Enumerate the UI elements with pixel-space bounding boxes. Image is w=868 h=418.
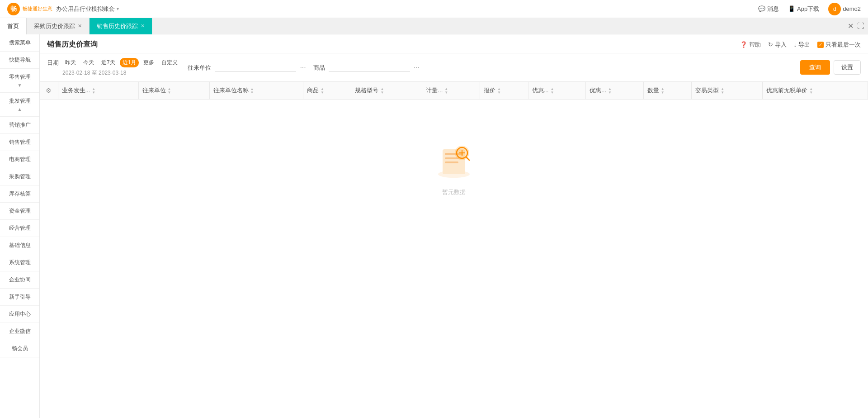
col-product[interactable]: 商品▲▼ [303, 82, 351, 100]
export-label: 导出 [798, 41, 810, 49]
sidebar-item-marketing[interactable]: 营销推广 [0, 117, 39, 134]
col-price[interactable]: 报价▲▼ [480, 82, 528, 100]
sort-icon: ▲▼ [92, 87, 95, 95]
sidebar-operations-label: 经营管理 [9, 224, 31, 232]
svg-rect-4 [445, 162, 458, 163]
empty-state: 暂元数据 [40, 100, 868, 233]
col-partner-name[interactable]: 往来单位名称▲▼ [209, 82, 303, 100]
customer-expand-icon[interactable]: ··· [300, 63, 306, 71]
sidebar-item-search-menu[interactable]: 搜索菜单 [0, 34, 39, 52]
sidebar-quick-nav-label: 快捷导航 [9, 56, 31, 64]
sidebar-item-basic-info[interactable]: 基础信息 [0, 237, 39, 254]
col-partner-code[interactable]: 往来单位▲▼ [138, 82, 209, 100]
app-name: 办公用品行业模拟账套 [56, 5, 115, 13]
page-actions: ❓ 帮助 ↻ 导入 ↓ 导出 ✓ 只看最后一次 [740, 41, 861, 49]
help-icon: ❓ [740, 41, 747, 48]
sidebar-item-operations[interactable]: 经营管理 [0, 220, 39, 237]
import-label: 导入 [775, 41, 787, 49]
sidebar-retail-mgmt-label: 零售管理 [9, 73, 31, 81]
date-buttons: 昨天 今天 近7天 近1月 更多 自定义 [62, 58, 180, 67]
sidebar-ecommerce-label: 电商管理 [9, 156, 31, 163]
sidebar-item-retail-mgmt[interactable]: 零售管理 ▼ [0, 69, 39, 93]
tab-bar: 首页 采购历史价跟踪 ✕ 销售历史价跟踪 ✕ ✕ ⛶ [0, 18, 868, 34]
export-action[interactable]: ↓ 导出 [794, 41, 811, 49]
product-expand-icon[interactable]: ··· [414, 63, 420, 71]
avatar: d [828, 3, 841, 15]
gear-icon[interactable]: ⚙ [46, 87, 52, 94]
yesterday-btn[interactable]: 昨天 [62, 58, 79, 67]
home-tab-label: 首页 [7, 22, 19, 30]
sidebar-item-quick-nav[interactable]: 快捷导航 [0, 52, 39, 69]
sidebar-item-purchase-mgmt[interactable]: 采购管理 [0, 168, 39, 185]
sidebar-item-system[interactable]: 系统管理 [0, 254, 39, 271]
sidebar-wholesale-mgmt-label: 批发管理 [9, 97, 31, 105]
sidebar-marketing-label: 营销推广 [9, 121, 31, 129]
sidebar-newbie-label: 新手引导 [9, 293, 31, 301]
message-label: 消息 [767, 5, 779, 13]
tab-purchase-history[interactable]: 采购历史价跟踪 ✕ [27, 18, 90, 34]
close-all-tabs-button[interactable]: ✕ [848, 22, 854, 30]
message-action[interactable]: 💬 消息 [758, 5, 779, 13]
purchase-history-tab-label: 采购历史价跟踪 [34, 22, 75, 30]
user-profile[interactable]: d demo2 [828, 3, 861, 15]
last7days-btn[interactable]: 近7天 [99, 58, 118, 67]
sidebar-member-label: 畅会员 [12, 345, 28, 352]
close-sales-tab-icon[interactable]: ✕ [141, 23, 145, 29]
col-transaction-type[interactable]: 交易类型▲▼ [692, 82, 763, 100]
customer-filter-group: 往来单位 ··· [188, 63, 306, 72]
sidebar-item-corp-wechat[interactable]: 企业微信 [0, 323, 39, 340]
today-btn[interactable]: 今天 [80, 58, 97, 67]
table-header: ⚙ 业务发生...▲▼ 往来单位▲▼ 往来单位名称▲▼ 商品▲▼ [40, 82, 868, 100]
col-unit[interactable]: 计量...▲▼ [422, 82, 480, 100]
show-last-toggle[interactable]: ✓ 只看最后一次 [817, 41, 861, 49]
customer-input[interactable] [215, 63, 296, 72]
sidebar-item-newbie[interactable]: 新手引导 [0, 289, 39, 306]
tab-sales-history[interactable]: 销售历史价跟踪 ✕ [90, 18, 152, 34]
maximize-button[interactable]: ⛶ [857, 22, 864, 30]
export-icon: ↓ [794, 41, 797, 48]
sidebar-item-app-center[interactable]: 应用中心 [0, 306, 39, 323]
product-input[interactable] [329, 63, 410, 72]
col-discount2[interactable]: 优惠...▲▼ [586, 82, 644, 100]
sidebar-item-inventory[interactable]: 库存核算 [0, 185, 39, 203]
sidebar-item-sales-mgmt[interactable]: 销售管理 [0, 134, 39, 151]
sort-icon: ▲▼ [250, 87, 254, 95]
tab-home[interactable]: 首页 [0, 18, 27, 34]
sidebar-item-finance[interactable]: 资金管理 [0, 203, 39, 220]
main-layout: 搜索菜单 快捷导航 零售管理 ▼ 批发管理 ▲ 营销推广 销售管理 电商管理 采… [0, 34, 868, 418]
col-pretax-price[interactable]: 优惠前无税单价▲▼ [763, 82, 868, 100]
sidebar-item-member[interactable]: 畅会员 [0, 340, 39, 357]
sidebar: 搜索菜单 快捷导航 零售管理 ▼ 批发管理 ▲ 营销推广 销售管理 电商管理 采… [0, 34, 40, 418]
last1month-btn[interactable]: 近1月 [120, 58, 139, 67]
top-bar: 畅 畅捷通好生意 办公用品行业模拟账套 ▾ 💬 消息 📱 App下载 d dem… [0, 0, 868, 18]
more-btn[interactable]: 更多 [141, 58, 157, 67]
sidebar-item-ecommerce[interactable]: 电商管理 [0, 151, 39, 168]
col-discount1[interactable]: 优惠...▲▼ [528, 82, 586, 100]
close-purchase-tab-icon[interactable]: ✕ [78, 23, 82, 29]
table-settings-column[interactable]: ⚙ [40, 82, 58, 100]
top-bar-left: 畅 畅捷通好生意 办公用品行业模拟账套 ▾ [7, 3, 119, 15]
col-business-date[interactable]: 业务发生...▲▼ [58, 82, 138, 100]
import-action[interactable]: ↻ 导入 [768, 41, 787, 49]
sidebar-item-enterprise[interactable]: 企业协同 [0, 271, 39, 289]
date-range-display: 2023-02-18 至 2023-03-18 [62, 69, 180, 77]
col-quantity[interactable]: 数量▲▼ [643, 82, 692, 100]
sidebar-purchase-mgmt-label: 采购管理 [9, 173, 31, 180]
sort-icon: ▲▼ [721, 87, 724, 95]
phone-icon: 📱 [788, 5, 795, 12]
sidebar-item-wholesale-mgmt[interactable]: 批发管理 ▲ [0, 93, 39, 117]
sidebar-sales-mgmt-label: 销售管理 [9, 138, 31, 146]
settings-button[interactable]: 设置 [834, 60, 861, 75]
filter-actions: 查询 设置 [800, 60, 861, 75]
col-spec[interactable]: 规格型号▲▼ [351, 82, 422, 100]
custom-btn[interactable]: 自定义 [159, 58, 180, 67]
date-options: 昨天 今天 近7天 近1月 更多 自定义 2023-02-18 至 2023-0… [62, 58, 180, 77]
query-button[interactable]: 查询 [800, 60, 830, 75]
app-download-action[interactable]: 📱 App下载 [788, 5, 819, 13]
import-icon: ↻ [768, 41, 773, 48]
page-header: 销售历史价查询 ❓ 帮助 ↻ 导入 ↓ 导出 ✓ 只看最后一次 [40, 34, 868, 53]
help-action[interactable]: ❓ 帮助 [740, 41, 761, 49]
app-selector[interactable]: 办公用品行业模拟账套 ▾ [56, 5, 119, 13]
sort-icon: ▲▼ [608, 87, 612, 95]
show-last-label: 只看最后一次 [826, 41, 861, 49]
